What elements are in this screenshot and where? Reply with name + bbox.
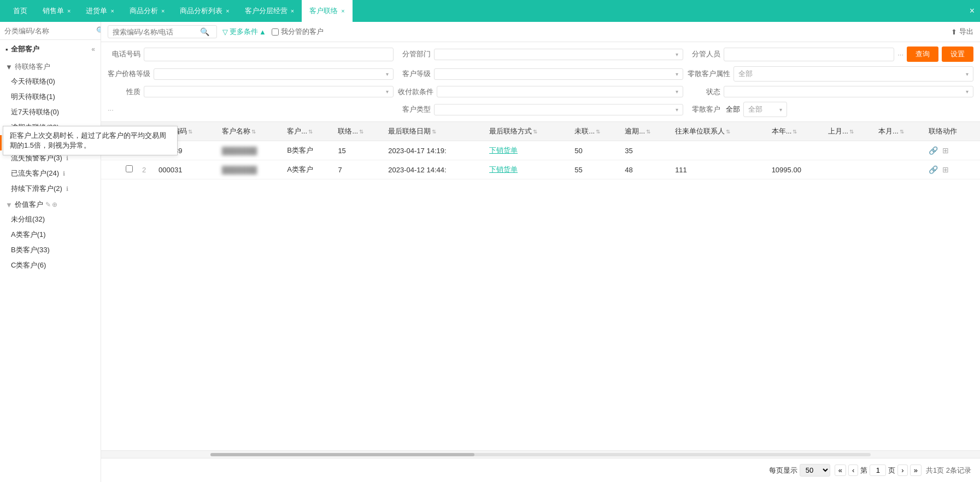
row1-link-icon[interactable]: 🔗 xyxy=(929,146,938,155)
sidebar-item-tomorrow[interactable]: 明天待联络(1) xyxy=(0,89,101,104)
filter-input-person[interactable] xyxy=(724,48,894,61)
search-input[interactable] xyxy=(113,28,200,36)
per-page-select[interactable]: 50 100 200 xyxy=(800,464,830,477)
filter-select-customer-type[interactable]: ▾ xyxy=(434,104,684,115)
filter-select-nature[interactable]: ▾ xyxy=(144,86,394,97)
my-customers-checkbox[interactable] xyxy=(272,28,279,36)
filter-select-price-level[interactable]: ▾ xyxy=(154,68,394,80)
tab-home[interactable]: 首页 xyxy=(5,0,35,22)
sidebar-item-a-class[interactable]: A类客户(1) xyxy=(0,227,101,242)
filter-row-customer-level: 客户等级 ▾ xyxy=(398,66,684,82)
sidebar-item-ungrouped[interactable]: 未分组(32) xyxy=(0,212,101,227)
sidebar-search-input[interactable] xyxy=(4,27,96,35)
top-nav: 首页 销售单 × 进货单 × 商品分析 × 商品分析列表 × 客户分层经营 × … xyxy=(0,0,980,22)
row2-link-icon[interactable]: 🔗 xyxy=(929,165,938,174)
col-unit-contacts[interactable]: 往来单位联系人⇅ xyxy=(672,122,768,141)
filter-select-scatter-attr[interactable]: 全部 ▾ xyxy=(733,66,973,82)
filter-label-status: 状态 xyxy=(688,87,720,97)
col-customer-type[interactable]: 客户...⇅ xyxy=(284,122,335,141)
page-navigator: « ‹ 第 页 › » xyxy=(835,464,922,476)
sidebar-item-today[interactable]: 今天待联络(0) xyxy=(0,74,101,89)
horizontal-scrollbar[interactable] xyxy=(101,450,980,458)
close-window-button[interactable]: × xyxy=(970,6,975,16)
chevron-down-icon-2: ▾ xyxy=(386,71,389,77)
tab-sales[interactable]: 销售单 × xyxy=(35,0,78,22)
row2-type: A类客户 xyxy=(284,160,335,179)
sidebar-search-box[interactable]: 🔍 xyxy=(0,22,101,40)
chevron-down-icon: ▾ xyxy=(676,51,678,57)
col-last-contact-date[interactable]: 最后联络日期⇅ xyxy=(385,122,486,141)
sidebar-item-b-class[interactable]: B类客户(33) xyxy=(0,242,101,258)
search-icon[interactable]: 🔍 xyxy=(200,27,209,36)
sidebar-item-declining[interactable]: 持续下滑客户(2) ℹ xyxy=(0,181,101,196)
scroll-thumb[interactable] xyxy=(210,453,474,456)
close-tab-customer-layer[interactable]: × xyxy=(291,8,294,14)
sidebar-item-c-class[interactable]: C类客户(6) xyxy=(0,258,101,273)
row2-checkbox-input[interactable] xyxy=(126,165,133,172)
row2-grid-icon[interactable]: ⊞ xyxy=(942,165,949,174)
toolbar: 🔍 ▽ 更多条件 ▲ 我分管的客户 ⬆ 导出 xyxy=(101,22,980,42)
first-page-btn[interactable]: « xyxy=(835,464,846,476)
filter-label-price-level: 客户价格等级 xyxy=(108,69,150,79)
tab-analysis[interactable]: 商品分析 × xyxy=(122,0,172,22)
sidebar-item-lost[interactable]: 已流失客户(24) ℹ xyxy=(0,166,101,181)
tab-customer-layer[interactable]: 客户分层经营 × xyxy=(237,0,302,22)
col-this-year[interactable]: 本年...⇅ xyxy=(768,122,825,141)
filter-input-phone[interactable] xyxy=(144,48,394,61)
expand-icon: ▪ xyxy=(5,45,8,54)
close-tab-analysis[interactable]: × xyxy=(161,8,165,14)
filter-select-status[interactable]: ▾ xyxy=(724,86,973,97)
filter-select-dept[interactable]: ▾ xyxy=(434,49,684,60)
row2-last-method[interactable]: 下销货单 xyxy=(486,160,571,179)
row1-last-method[interactable]: 下销货单 xyxy=(486,141,571,160)
sidebar-item-7days[interactable]: 近7天待联络(0) xyxy=(0,104,101,120)
search-box[interactable]: 🔍 xyxy=(108,25,217,38)
collapse-sidebar-btn[interactable]: « xyxy=(91,45,95,53)
tab-customer-contact[interactable]: 客户联络 × xyxy=(302,0,352,22)
col-contacts[interactable]: 联络...⇅ xyxy=(335,122,385,141)
chevron-down-icon-5: ▾ xyxy=(386,89,389,95)
row2-last-month xyxy=(825,160,875,179)
close-tab-analysis-list[interactable]: × xyxy=(226,8,229,14)
col-uncontacted[interactable]: 未联...⇅ xyxy=(571,122,621,141)
filter-select-customer-level[interactable]: ▾ xyxy=(434,68,684,80)
col-this-month[interactable]: 本月...⇅ xyxy=(875,122,925,141)
filter-select-scatter-customer[interactable]: 全部 ▾ xyxy=(743,102,787,117)
add-group-icon[interactable]: ⊕ xyxy=(52,201,57,208)
per-page-selector[interactable]: 每页显示 50 100 200 xyxy=(769,464,830,477)
col-customer-name[interactable]: 客户名称⇅ xyxy=(219,122,284,141)
query-button[interactable]: 查询 xyxy=(907,47,938,62)
prev-page-btn[interactable]: ‹ xyxy=(848,464,858,476)
row2-last-date: 2023-04-12 14:44: xyxy=(385,160,486,179)
tab-analysis-list[interactable]: 商品分析列表 × xyxy=(172,0,237,22)
export-btn[interactable]: ⬆ 导出 xyxy=(951,27,973,37)
tab-purchase[interactable]: 进货单 × xyxy=(78,0,121,22)
sidebar-all-customers[interactable]: ▪ 全部客户 « xyxy=(0,40,101,59)
more-conditions-btn[interactable]: ▽ 更多条件 ▲ xyxy=(222,27,266,37)
row2-checkbox[interactable] xyxy=(122,160,139,179)
next-page-btn[interactable]: › xyxy=(897,464,907,476)
sidebar-search-icon[interactable]: 🔍 xyxy=(96,26,101,35)
current-page-input[interactable] xyxy=(870,464,886,476)
row2-settings xyxy=(101,160,122,179)
col-last-contact-method[interactable]: 最后联络方式⇅ xyxy=(486,122,571,141)
filter-all-text: 全部 xyxy=(726,104,740,114)
col-overdue[interactable]: 逾期...⇅ xyxy=(621,122,672,141)
sort-icon-6: ⇅ xyxy=(533,129,537,135)
close-tab-purchase[interactable]: × xyxy=(110,8,114,14)
edit-group-icon[interactable]: ✎ xyxy=(45,201,51,208)
close-tab-customer-contact[interactable]: × xyxy=(341,8,344,14)
close-tab-sales[interactable]: × xyxy=(67,8,71,14)
sidebar-value-customer-group[interactable]: ▼ 价值客户 ✎ ⊕ xyxy=(0,196,101,212)
row1-grid-icon[interactable]: ⊞ xyxy=(942,146,949,155)
col-last-month[interactable]: 上月...⇅ xyxy=(825,122,875,141)
extra-dots-btn[interactable]: ··· xyxy=(108,106,114,114)
scroll-track[interactable] xyxy=(210,453,871,456)
my-customers-toggle[interactable]: 我分管的客户 xyxy=(272,27,324,37)
person-dots-btn[interactable]: ··· xyxy=(897,50,903,59)
sidebar-group-pending[interactable]: ▼ 待联络客户 xyxy=(0,59,101,74)
filter-select-payment[interactable]: ▾ xyxy=(437,86,684,97)
chevron-down-icon-9: ▾ xyxy=(779,107,782,113)
last-page-btn[interactable]: » xyxy=(910,464,922,476)
set-button[interactable]: 设置 xyxy=(942,47,973,62)
